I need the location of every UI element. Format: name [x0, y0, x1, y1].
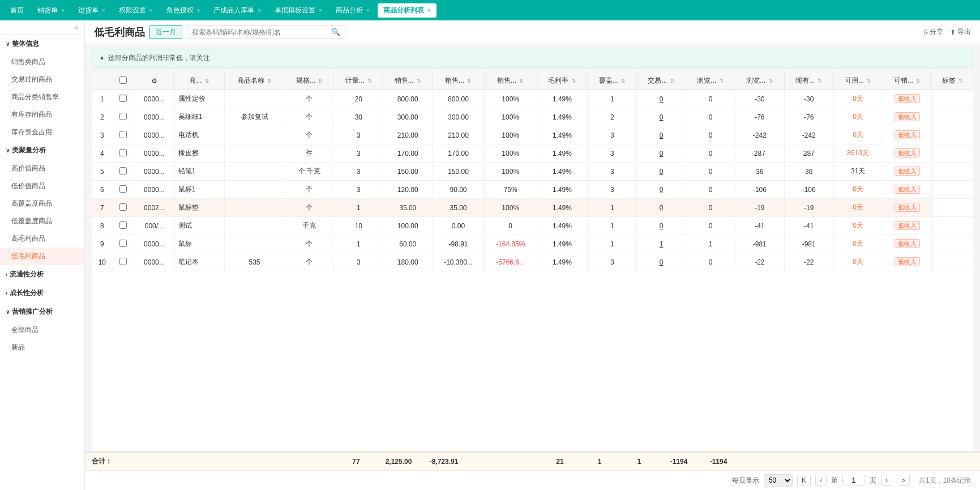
cell-views1[interactable]: 1 [637, 235, 686, 253]
cell-check[interactable] [113, 181, 134, 199]
cell-check[interactable] [113, 90, 134, 108]
cell-check[interactable] [113, 253, 134, 271]
nav-template-settings[interactable]: 单据模板设置 × [269, 3, 328, 18]
cell-views1[interactable]: 0 [637, 144, 686, 163]
row-checkbox[interactable] [119, 113, 127, 120]
nav-home[interactable]: 首页 [5, 3, 29, 18]
sidebar-collapse-btn[interactable]: « [72, 23, 81, 32]
cell-views1[interactable]: 0 [637, 181, 686, 199]
page-input[interactable] [842, 475, 865, 486]
sidebar-item-category-sales-rate[interactable]: 商品分类销售率 [0, 88, 84, 106]
sidebar-item-high-value[interactable]: 高价值商品 [0, 160, 84, 177]
close-icon[interactable]: × [102, 7, 105, 14]
select-all-checkbox[interactable] [119, 76, 127, 84]
col-gross-rate[interactable]: 毛利率 ⇅ [537, 72, 588, 90]
nav-product-analysis-list[interactable]: 商品分析列表 × [378, 3, 436, 18]
export-button[interactable]: ⬆ 导出 [950, 27, 971, 37]
share-button[interactable]: ⎘ 分享 [924, 27, 943, 37]
sidebar-item-low-margin[interactable]: 低毛利商品 [0, 248, 84, 265]
row-checkbox[interactable] [119, 131, 127, 138]
sidebar-item-low-coverage[interactable]: 低覆盖度商品 [0, 212, 84, 230]
close-icon[interactable]: × [149, 7, 153, 14]
col-coverage[interactable]: 覆盖... ⇅ [588, 72, 637, 90]
sidebar-item-stock-products[interactable]: 有库存的商品 [0, 106, 84, 123]
sidebar-group-circulation[interactable]: › 流通性分析 [0, 265, 84, 284]
time-filter-btn[interactable]: 近一月 [149, 25, 182, 39]
cell-views1[interactable]: 0 [637, 90, 686, 108]
close-icon[interactable]: × [319, 7, 322, 14]
sidebar-group-overall[interactable]: ∨ 整体信息 [0, 35, 84, 53]
cell-views1[interactable]: 0 [637, 163, 686, 181]
nav-purchase[interactable]: 进货单 × [72, 3, 111, 18]
sidebar-group-growth[interactable]: › 成长性分析 [0, 284, 84, 302]
sidebar-item-all-products[interactable]: 全部商品 [0, 321, 84, 339]
cell-check[interactable] [113, 108, 134, 126]
col-sales-price[interactable]: 销售... ⇅ [433, 72, 485, 90]
nav-product-warehouse[interactable]: 产成品入库单 × [208, 3, 267, 18]
next-page-btn[interactable]: > [897, 475, 910, 486]
sidebar-item-low-value[interactable]: 低价值商品 [0, 177, 84, 195]
col-code[interactable]: 商... ⇅ [174, 72, 224, 90]
col-unit[interactable]: 计量... ⇅ [334, 72, 383, 90]
row-checkbox[interactable] [119, 149, 127, 156]
col-available[interactable]: 可用... ⇅ [833, 72, 883, 90]
search-icon[interactable]: 🔍 [331, 28, 340, 36]
row-checkbox[interactable] [119, 240, 127, 247]
col-check[interactable] [113, 72, 134, 90]
col-tag[interactable]: 标签 ⇅ [932, 72, 973, 90]
sidebar-group-marketing[interactable]: ∨ 营销推广分析 [0, 302, 84, 321]
close-icon[interactable]: × [427, 7, 431, 14]
cell-check[interactable] [113, 199, 134, 217]
sidebar-item-high-margin[interactable]: 高毛利商品 [0, 230, 84, 248]
close-icon[interactable]: × [61, 7, 65, 14]
cell-views1[interactable]: 0 [637, 217, 686, 235]
col-settings[interactable]: ⚙ [134, 72, 175, 90]
cell-spec [224, 163, 285, 181]
nav-product-analysis[interactable]: 商品分析 × [330, 3, 375, 18]
col-transactions[interactable]: 交易... ⇅ [637, 72, 686, 90]
col-sales-count[interactable]: 销售... ⇅ [383, 72, 433, 90]
close-icon[interactable]: × [258, 7, 261, 14]
cell-check[interactable] [113, 126, 134, 144]
sidebar-item-new-products[interactable]: 新品 [0, 339, 84, 356]
col-views1[interactable]: 浏览... ⇅ [686, 72, 735, 90]
search-input[interactable] [192, 28, 331, 36]
next-btn[interactable]: › [881, 475, 892, 486]
col-name[interactable]: 商品名称 ⇅ [224, 72, 285, 90]
sidebar-item-traded-products[interactable]: 交易过的商品 [0, 71, 84, 88]
cell-spec [224, 181, 285, 199]
col-views2[interactable]: 浏览... ⇅ [735, 72, 784, 90]
prev-page-btn[interactable]: K [797, 475, 811, 486]
sidebar-group-cluster[interactable]: ∨ 类聚量分析 [0, 141, 84, 160]
cell-check[interactable] [113, 163, 134, 181]
row-checkbox[interactable] [119, 221, 127, 229]
close-icon[interactable]: × [366, 7, 370, 14]
col-sellable[interactable]: 可销... ⇅ [883, 72, 932, 90]
col-current-stock[interactable]: 现有... ⇅ [784, 72, 833, 90]
cell-views1[interactable]: 0 [637, 108, 686, 126]
col-spec[interactable]: 规格... ⇅ [285, 72, 334, 90]
cell-check[interactable] [113, 144, 134, 163]
cell-coverage: 1.49% [537, 108, 588, 126]
col-sales-profit[interactable]: 销售... ⇅ [484, 72, 537, 90]
row-checkbox[interactable] [119, 203, 127, 211]
footer-transactions: 21 [540, 458, 580, 466]
nav-role-auth[interactable]: 角色授权 × [161, 3, 206, 18]
sidebar-item-inventory-funds[interactable]: 库存资金占用 [0, 123, 84, 141]
cell-check[interactable] [113, 235, 134, 253]
row-checkbox[interactable] [119, 258, 127, 265]
cell-check[interactable] [113, 217, 134, 235]
row-checkbox[interactable] [119, 167, 127, 174]
prev-btn[interactable]: ‹ [815, 475, 827, 486]
cell-views1[interactable]: 0 [637, 199, 686, 217]
cell-views1[interactable]: 0 [637, 126, 686, 144]
row-checkbox[interactable] [119, 95, 127, 102]
sidebar-item-high-coverage[interactable]: 高覆盖度商品 [0, 195, 84, 212]
row-checkbox[interactable] [119, 185, 127, 193]
per-page-select[interactable]: 50 100 200 [764, 474, 793, 487]
nav-sales[interactable]: 销货单 × [32, 3, 70, 18]
sidebar-item-sales-products[interactable]: 销售类商品 [0, 53, 84, 71]
close-icon[interactable]: × [197, 7, 200, 14]
cell-views1[interactable]: 0 [637, 253, 686, 271]
nav-permissions[interactable]: 权限设置 × [113, 3, 159, 18]
